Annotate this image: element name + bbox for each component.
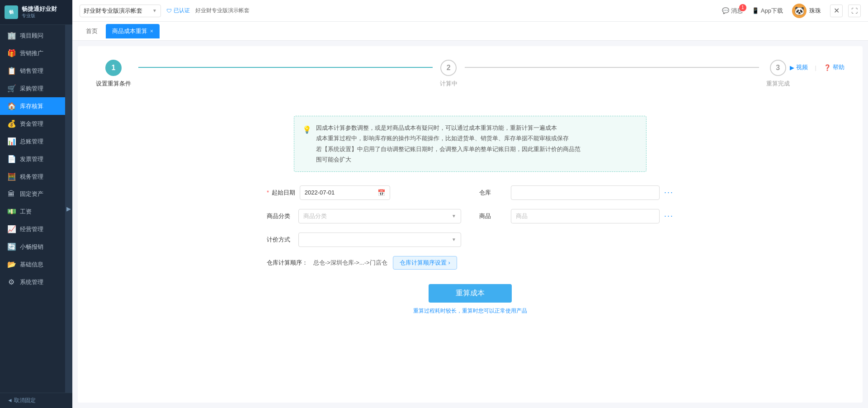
app-title: 畅捷通好业财 bbox=[22, 5, 57, 13]
nav-label-assets: 固定资产 bbox=[20, 190, 43, 198]
message-icon: 💬 bbox=[722, 7, 729, 14]
sidebar-item-tax[interactable]: 🧮税务管理 bbox=[0, 168, 65, 185]
sidebar-item-project[interactable]: 🏢项目顾问 bbox=[0, 27, 65, 44]
app-title-group: 畅捷通好业财 专业版 bbox=[22, 5, 57, 19]
account-selector[interactable]: 好业财专业版演示帐套 ▼ bbox=[80, 5, 161, 17]
sidebar-nav-area: 🏢项目顾问🎁营销推广📋销售管理🛒采购管理🏠库存核算💰资金管理📊总账管理📄发票管理… bbox=[0, 25, 72, 393]
sidebar-item-operation[interactable]: 📈经营管理 bbox=[0, 220, 65, 238]
warehouse-order-value: 总仓->深圳仓库->...->门店仓 bbox=[313, 259, 387, 267]
sidebar-item-sales[interactable]: 📋销售管理 bbox=[0, 62, 65, 80]
sidebar-item-marketing[interactable]: 🎁营销推广 bbox=[0, 44, 65, 62]
app-download-label: App下载 bbox=[761, 7, 783, 15]
nav-label-marketing: 营销推广 bbox=[20, 49, 43, 57]
warehouse-input[interactable] bbox=[511, 185, 660, 200]
sidebar-item-inventory[interactable]: 🏠库存核算 bbox=[0, 97, 65, 115]
help-links: ▶ 视频 | ❓ 帮助 bbox=[790, 60, 844, 71]
sidebar-scroll[interactable]: ▶ bbox=[65, 25, 72, 393]
tab-close-icon[interactable]: × bbox=[150, 28, 153, 34]
finance-icon: 💰 bbox=[7, 119, 15, 128]
step-line-2 bbox=[465, 67, 759, 68]
sidebar-item-accounting[interactable]: 📊总账管理 bbox=[0, 133, 65, 150]
form-row-3: 计价方式 ▼ bbox=[267, 232, 674, 247]
marketing-icon: 🎁 bbox=[7, 49, 15, 57]
stepper: 1 设置重算条件 2 计算中 3 重算完成 bbox=[96, 60, 790, 88]
warehouse-order-label: 仓库计算顺序： bbox=[267, 259, 308, 267]
system-icon: ⚙ bbox=[7, 278, 15, 286]
app-logo: 畅 bbox=[5, 5, 18, 19]
start-date-label: * 起始日期 bbox=[267, 189, 295, 197]
video-link[interactable]: ▶ 视频 bbox=[790, 63, 808, 71]
form-group-product: 商品 商品 ··· bbox=[479, 209, 674, 223]
step-3-label: 重算完成 bbox=[766, 80, 790, 88]
nav-label-accounting: 总账管理 bbox=[20, 138, 43, 146]
lightbulb-icon: 💡 bbox=[302, 123, 311, 165]
form-row-1: * 起始日期 2022-07-01 📅 仓库 ··· bbox=[267, 185, 674, 200]
pricing-label: 计价方式 bbox=[267, 236, 294, 244]
tab-recalc-label: 商品成本重算 bbox=[112, 27, 147, 35]
nav-label-tax: 税务管理 bbox=[20, 173, 43, 181]
sidebar-item-purchase[interactable]: 🛒采购管理 bbox=[0, 80, 65, 97]
tab-home[interactable]: 首页 bbox=[80, 24, 104, 38]
inventory-icon: 🏠 bbox=[7, 102, 15, 110]
product-label: 商品 bbox=[479, 212, 506, 220]
nav-label-basic: 基础信息 bbox=[20, 261, 43, 269]
product-input[interactable]: 商品 bbox=[511, 209, 660, 223]
product-dots-btn[interactable]: ··· bbox=[664, 211, 674, 221]
nav-label-system: 系统管理 bbox=[20, 278, 43, 286]
start-date-value: 2022-07-01 bbox=[305, 189, 335, 196]
step-2-label: 计算中 bbox=[440, 80, 458, 88]
tab-recalc[interactable]: 商品成本重算 × bbox=[106, 24, 160, 38]
recalc-btn[interactable]: 重算成本 bbox=[429, 284, 512, 303]
question-icon: ❓ bbox=[824, 64, 831, 71]
nav-label-salary: 工资 bbox=[20, 208, 32, 216]
tabs-bar: 首页 商品成本重算 × bbox=[72, 22, 868, 41]
recalc-area: 重算成本 重算过程耗时较长，重算时您可以正常使用产品 bbox=[267, 284, 674, 315]
warehouse-dots-btn[interactable]: ··· bbox=[664, 188, 674, 197]
sidebar-item-finance[interactable]: 💰资金管理 bbox=[0, 115, 65, 133]
pricing-chevron-icon: ▼ bbox=[452, 237, 456, 242]
shield-icon: 🛡 bbox=[166, 8, 172, 14]
required-star: * bbox=[267, 189, 269, 196]
sidebar-item-expense[interactable]: 🔄小畅报销 bbox=[0, 238, 65, 256]
sidebar-item-assets[interactable]: 🏛固定资产 bbox=[0, 185, 65, 203]
sales-icon: 📋 bbox=[7, 66, 15, 75]
stepper-row: 1 设置重算条件 2 计算中 3 重算完成 ▶ 视频 bbox=[96, 60, 844, 102]
warehouse-order-settings-btn[interactable]: 仓库计算顺序设置 › bbox=[393, 256, 457, 270]
info-box: 💡 因成本计算参数调整，或是对商品成本有疑问时，可以通过成本重算功能，重新计算一… bbox=[294, 116, 646, 172]
start-date-input[interactable]: 2022-07-01 📅 bbox=[300, 185, 390, 200]
step-line-1 bbox=[138, 67, 433, 68]
app-subtitle: 专业版 bbox=[22, 13, 57, 19]
category-select[interactable]: 商品分类 ▼ bbox=[298, 209, 461, 223]
step-1-circle: 1 bbox=[105, 60, 122, 76]
sidebar-unpin-btn[interactable]: ◄ 取消固定 bbox=[0, 393, 72, 408]
sidebar-item-basic[interactable]: 📂基础信息 bbox=[0, 256, 65, 273]
account-name: 好业财专业版演示帐套 bbox=[84, 7, 142, 15]
calendar-icon[interactable]: 📅 bbox=[377, 189, 385, 196]
user-menu[interactable]: 🐼 珠珠 bbox=[792, 4, 821, 18]
step-3-circle: 3 bbox=[770, 60, 786, 76]
help-link[interactable]: ❓ 帮助 bbox=[824, 63, 844, 71]
category-label: 商品分类 bbox=[267, 212, 294, 220]
topbar: 好业财专业版演示帐套 ▼ 🛡 已认证 好业财专业版演示帐套 💬 消息 1 📱 A… bbox=[72, 0, 868, 22]
form-group-category: 商品分类 商品分类 ▼ bbox=[267, 209, 461, 223]
verified-badge: 🛡 已认证 bbox=[166, 7, 190, 14]
warehouse-label: 仓库 bbox=[479, 189, 506, 197]
info-text: 因成本计算参数调整，或是对商品成本有疑问时，可以通过成本重算功能，重新计算一遍成… bbox=[316, 123, 580, 165]
expand-panel-btn[interactable]: ⛶ bbox=[848, 5, 861, 17]
content-area: 1 设置重算条件 2 计算中 3 重算完成 ▶ 视频 bbox=[78, 46, 863, 403]
sidebar-header: 畅 畅捷通好业财 专业版 bbox=[0, 0, 72, 25]
main-area: 好业财专业版演示帐套 ▼ 🛡 已认证 好业财专业版演示帐套 💬 消息 1 📱 A… bbox=[72, 0, 868, 408]
nav-label-purchase: 采购管理 bbox=[20, 85, 43, 93]
info-line1: 因成本计算参数调整，或是对商品成本有疑问时，可以通过成本重算功能，重新计算一遍成… bbox=[316, 123, 580, 133]
sidebar-item-invoice[interactable]: 📄发票管理 bbox=[0, 150, 65, 168]
close-panel-btn[interactable]: ✕ bbox=[830, 5, 843, 17]
sidebar-item-salary[interactable]: 💵工资 bbox=[0, 203, 65, 220]
app-download-btn[interactable]: 📱 App下载 bbox=[752, 7, 783, 15]
form-group-date: * 起始日期 2022-07-01 📅 bbox=[267, 185, 461, 200]
message-btn[interactable]: 💬 消息 1 bbox=[722, 7, 743, 15]
sidebar-item-system[interactable]: ⚙系统管理 bbox=[0, 273, 65, 291]
invoice-icon: 📄 bbox=[7, 155, 15, 163]
expense-icon: 🔄 bbox=[7, 242, 15, 251]
pricing-select[interactable]: ▼ bbox=[298, 232, 461, 247]
nav-label-finance: 资金管理 bbox=[20, 120, 43, 128]
